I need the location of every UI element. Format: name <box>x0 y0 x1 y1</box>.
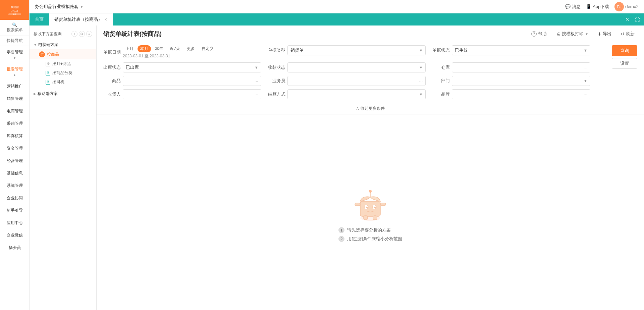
print-icon: 🖨 <box>556 32 560 37</box>
tip-1-text: 请先选择要分析的方案 <box>347 227 391 233</box>
refresh-btn[interactable]: ↺ 刷新 <box>618 30 637 38</box>
date-tab-7days[interactable]: 近7天 <box>167 45 183 52</box>
tree-item-by-month[interactable]: 按 按月+商品 <box>30 59 96 68</box>
product-input[interactable]: ··· <box>123 76 261 86</box>
tree-item-by-category[interactable]: 回 按商品分类 <box>30 68 96 78</box>
date-tab-this-month[interactable]: 本月 <box>138 45 151 52</box>
doc-type-select[interactable]: 销货单 ▼ <box>287 45 426 55</box>
warehouse-more-icon[interactable]: ··· <box>584 65 587 70</box>
page-content: 按以下方案查询 + ⚙ « ▼ 电脑端方案 <box>30 25 644 310</box>
date-range-text: 2023-03-01 至 2023-03-31 <box>123 53 261 59</box>
out-status-select[interactable]: 已出库 ▼ <box>123 62 261 72</box>
sidebar-item-system[interactable]: 系统管理 <box>0 179 29 192</box>
product-more-icon[interactable]: ··· <box>255 79 258 84</box>
doc-status-arrow: ▼ <box>584 48 587 52</box>
user-menu[interactable]: Ea demo2 <box>614 2 639 11</box>
app-download-btn[interactable]: 📱 App下载 <box>586 4 609 10</box>
tree-group-mobile: ▶ 移动端方案 <box>30 88 96 100</box>
filter-wrapper: 单据日期 上月 本月 本年 近7天 更多 自定义 20 <box>97 41 644 114</box>
doc-status-cell: 单据状态 已生效 ▼ <box>432 45 590 55</box>
page-title-actions: ? 帮助 🖨 按模板打印 ▼ ⬇ 导出 ↺ 刷新 <box>529 30 637 38</box>
panel-title: 按以下方案查询 <box>34 31 62 37</box>
by-product-icon: 按 <box>39 51 45 57</box>
tab-close-icon[interactable]: ✕ <box>104 17 107 22</box>
out-status-arrow: ▼ <box>255 65 258 69</box>
help-btn[interactable]: ? 帮助 <box>529 30 549 38</box>
sidebar-item-member[interactable]: 畅会员 <box>0 242 29 254</box>
date-tab-custom[interactable]: 自定义 <box>199 45 216 52</box>
dept-select[interactable]: ▼ <box>452 76 590 86</box>
sidebar: 畅捷信 好生意 标账 🔍 搜索菜单 快捷导航 零售管理 ▼ 批发管理 ▲ 营销推… <box>0 0 30 310</box>
sidebar-item-app-center[interactable]: 应用中心 <box>0 217 29 229</box>
payment-select[interactable]: ▼ <box>287 62 426 72</box>
sidebar-item-enterprise[interactable]: 企业协同 <box>0 192 29 204</box>
app-selector[interactable]: 办公用品行业模拟账套 ▼ <box>35 4 84 10</box>
tab-home[interactable]: 首页 <box>30 13 49 25</box>
settle-select[interactable]: ▼ <box>287 89 426 99</box>
page-title: 销货单统计表(按商品) <box>103 30 162 38</box>
tab-sales-report[interactable]: 销货单统计表（按商品） ✕ <box>49 13 113 25</box>
add-scheme-btn[interactable]: + <box>71 31 77 37</box>
export-btn[interactable]: ⬇ 导出 <box>595 30 614 38</box>
message-icon: 💬 <box>565 4 571 9</box>
recipient-label: 收货人 <box>103 91 121 97</box>
collapse-icon: « <box>88 32 90 36</box>
mobile-group-arrow: ▶ <box>34 92 36 96</box>
svg-rect-6 <box>360 201 380 216</box>
date-tab-more[interactable]: 更多 <box>184 45 198 52</box>
svg-point-16 <box>369 190 372 193</box>
empty-tip-2: 2 用[过滤]条件来缩小分析范围 <box>338 236 402 242</box>
header-right: 💬 消息 📱 App下载 Ea demo2 <box>565 2 639 11</box>
tree-group-pc-header[interactable]: ▼ 电脑端方案 <box>30 40 96 49</box>
date-tab-last-month[interactable]: 上月 <box>123 45 136 52</box>
wholesale-arrow: ▲ <box>13 73 16 77</box>
settings-button[interactable]: 设置 <box>612 58 637 69</box>
retail-arrow: ▼ <box>13 56 16 60</box>
empty-illustration <box>350 183 390 223</box>
sidebar-item-marketing[interactable]: 营销推广 <box>0 80 29 93</box>
tree-group-mobile-header[interactable]: ▶ 移动端方案 <box>30 89 96 98</box>
sidebar-item-guide[interactable]: 新手引导 <box>0 204 29 217</box>
sidebar-item-finance[interactable]: 资金管理 <box>0 142 29 155</box>
svg-text:标账: 标账 <box>13 13 16 15</box>
sidebar-item-sales[interactable]: 销售管理 <box>0 93 29 105</box>
date-tab-this-year[interactable]: 本年 <box>152 45 166 52</box>
tab-close-all-icon[interactable]: ✕ <box>624 15 631 24</box>
sidebar-item-ecommerce[interactable]: 电商管理 <box>0 105 29 117</box>
warehouse-input[interactable]: ··· <box>452 62 590 72</box>
settings-scheme-btn[interactable]: ⚙ <box>79 31 85 37</box>
sidebar-quick-nav[interactable]: 快捷导航 <box>0 36 29 46</box>
sidebar-search[interactable]: 🔍 搜索菜单 <box>0 20 29 36</box>
sidebar-item-basic[interactable]: 基础信息 <box>0 167 29 179</box>
tree-group-pc: ▼ 电脑端方案 按 按商品 按 按月+商品 回 按商品 <box>30 39 96 88</box>
pc-group-arrow: ▼ <box>34 43 37 47</box>
tab-bar: 首页 销货单统计表（按商品） ✕ ✕ ⛶ <box>30 13 644 25</box>
logo[interactable]: 畅捷信 好生意 标账 <box>0 0 29 20</box>
sidebar-item-wechat[interactable]: 企业微信 <box>0 229 29 242</box>
payment-arrow: ▼ <box>419 65 423 69</box>
collapse-panel-btn[interactable]: « <box>86 31 92 37</box>
tab-expand-icon[interactable]: ⛶ <box>634 15 641 24</box>
query-button[interactable]: 查询 <box>612 45 637 56</box>
filter-inner: 单据日期 上月 本月 本年 近7天 更多 自定义 20 <box>97 41 644 99</box>
message-btn[interactable]: 💬 消息 <box>565 4 581 10</box>
doc-status-select[interactable]: 已生效 ▼ <box>452 45 590 55</box>
tree-item-by-driver[interactable]: 回 按司机 <box>30 78 96 87</box>
recipient-input[interactable]: ··· <box>123 89 261 99</box>
staff-more-icon[interactable]: ··· <box>419 79 423 84</box>
tree-item-by-product[interactable]: 按 按商品 <box>30 49 96 59</box>
brand-more-icon[interactable]: ··· <box>584 92 587 97</box>
recipient-more-icon[interactable]: ··· <box>255 92 258 97</box>
sidebar-item-retail[interactable]: 零售管理 ▼ <box>0 46 29 63</box>
sidebar-item-operations[interactable]: 经营管理 <box>0 155 29 167</box>
sidebar-item-inventory[interactable]: 库存核算 <box>0 130 29 142</box>
collapse-filters-btn[interactable]: ∧ 收起更多条件 <box>97 103 644 114</box>
tip-2-num: 2 <box>338 236 344 242</box>
template-print-btn[interactable]: 🖨 按模板打印 ▼ <box>553 30 591 38</box>
brand-input[interactable]: ··· <box>452 89 590 99</box>
out-status-cell: 出库状态 已出库 ▼ <box>103 62 261 72</box>
sidebar-item-wholesale[interactable]: 批发管理 ▲ <box>0 63 29 80</box>
sidebar-item-purchase[interactable]: 采购管理 <box>0 117 29 130</box>
staff-input[interactable]: ··· <box>287 76 426 86</box>
filter-buttons: 查询 设置 <box>612 45 637 69</box>
